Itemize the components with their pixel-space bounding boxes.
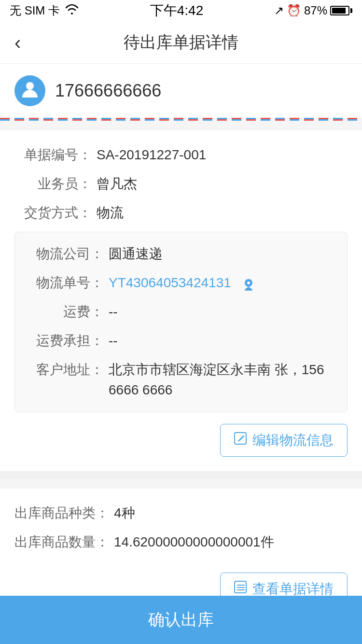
delivery-row: 交货方式： 物流 <box>14 203 348 223</box>
document-number-row: 单据编号： SA-20191227-001 <box>14 145 348 165</box>
status-left: 无 SIM 卡 <box>10 3 79 18</box>
customer-phone: 17666666666 <box>55 81 161 101</box>
logistics-company-row: 物流公司： 圆通速递 <box>27 244 335 264</box>
customer-header: 17666666666 <box>0 64 362 118</box>
list-icon <box>234 581 248 598</box>
freight-label: 运费： <box>27 302 104 322</box>
battery-percent: 87% <box>304 4 327 17</box>
freight-bear-value: -- <box>109 331 335 351</box>
dashed-divider <box>0 118 362 121</box>
location-arrow-icon: ↗ <box>274 4 284 17</box>
address-row: 客户地址： 北京市市辖区海淀区永丰南 张，156 6666 6666 <box>27 360 335 400</box>
battery-icon <box>330 6 352 15</box>
edit-logistics-button[interactable]: 编辑物流信息 <box>220 424 348 457</box>
freight-bear-row: 运费承担： -- <box>27 331 335 351</box>
salesperson-value: 曾凡杰 <box>97 174 348 194</box>
edit-logistics-label: 编辑物流信息 <box>252 431 334 449</box>
types-value: 4种 <box>114 503 348 523</box>
logistics-card: 物流公司： 圆通速递 物流单号： YT43064053424131 运费： -- <box>14 232 348 412</box>
delivery-label: 交货方式： <box>14 203 92 223</box>
time-display: 下午4:42 <box>150 1 204 20</box>
avatar <box>14 75 45 106</box>
types-row: 出库商品种类： 4种 <box>14 503 348 523</box>
page-title: 待出库单据详情 <box>124 31 238 54</box>
status-bar: 无 SIM 卡 下午4:42 ↗ ⏰ 87% <box>0 0 362 21</box>
alarm-icon: ⏰ <box>287 4 301 17</box>
confirm-outbound-button[interactable]: 确认出库 <box>0 596 362 644</box>
edit-icon <box>234 432 248 449</box>
salesperson-row: 业务员： 曾凡杰 <box>14 174 348 194</box>
freight-bear-label: 运费承担： <box>27 331 104 351</box>
svg-point-2 <box>247 281 250 284</box>
back-button[interactable]: ‹ <box>14 33 21 52</box>
confirm-button-label: 确认出库 <box>148 609 214 631</box>
address-label: 客户地址： <box>27 360 104 380</box>
logistics-company-value: 圆通速递 <box>109 244 335 264</box>
quantity-row: 出库商品数量： 14.62000000000000001件 <box>14 532 348 552</box>
delivery-value: 物流 <box>97 203 348 223</box>
tracking-row: 物流单号： YT43064053424131 <box>27 273 335 293</box>
freight-value: -- <box>109 302 335 322</box>
tracking-label: 物流单号： <box>27 273 104 293</box>
document-number-value: SA-20191227-001 <box>97 145 348 165</box>
quantity-label: 出库商品数量： <box>14 532 109 552</box>
document-number-label: 单据编号： <box>14 145 92 165</box>
quantity-value: 14.62000000000000001件 <box>114 532 348 552</box>
svg-point-0 <box>26 82 34 90</box>
tracking-value: YT43064053424131 <box>109 273 335 293</box>
wifi-icon <box>65 4 79 17</box>
document-section: 单据编号： SA-20191227-001 业务员： 曾凡杰 交货方式： 物流 … <box>0 130 362 471</box>
salesperson-label: 业务员： <box>14 174 92 194</box>
freight-row: 运费： -- <box>27 302 335 322</box>
person-icon <box>20 79 40 103</box>
status-right: ↗ ⏰ 87% <box>274 4 352 17</box>
address-value: 北京市市辖区海淀区永丰南 张，156 6666 6666 <box>109 360 335 400</box>
logistics-company-label: 物流公司： <box>27 244 104 264</box>
types-label: 出库商品种类： <box>14 503 109 523</box>
nav-bar: ‹ 待出库单据详情 <box>0 21 362 64</box>
section-divider <box>0 471 362 479</box>
carrier-label: 无 SIM 卡 <box>10 3 60 18</box>
location-icon[interactable] <box>240 275 257 293</box>
